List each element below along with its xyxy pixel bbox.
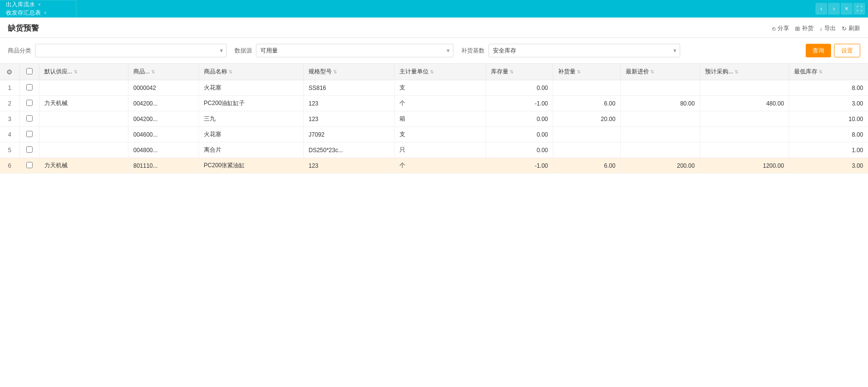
select-all-checkbox[interactable] [26,68,33,74]
cell-spec-1: 123 [304,96,395,111]
cell-code-3: 004600... [128,127,199,142]
header-actions: ⎋ 分享 ⊞ 补货 ↓ 导出 ↻ 刷新 [772,24,860,33]
sort-unit-icon: ⇅ [430,70,434,74]
replenish-select[interactable]: 安全库存 [488,44,680,57]
cell-unit-5: 个 [395,158,486,174]
nav-fullscreen-button[interactable]: ⛶ [853,3,865,15]
col-supplier: 默认供应... ⇅ [39,64,128,80]
cell-supplier-3 [39,127,128,142]
cell-unit-0: 支 [395,80,486,96]
cell-stock-4: 0.00 [486,142,553,158]
page-header: 缺货预警 ⎋ 分享 ⊞ 补货 ↓ 导出 ↻ 刷新 [0,18,868,38]
replenish-icon: ⊞ [795,25,800,32]
replenish-button[interactable]: ⊞ 补货 [795,24,814,33]
sort-supplier[interactable]: 默认供应... ⇅ [44,68,78,76]
nav-prev-button[interactable]: ‹ [815,3,827,15]
category-select-wrapper [35,44,227,57]
filter-group-datasource: 数据源 可用量 [235,44,453,57]
cell-stock-0: 0.00 [486,80,553,96]
cell-spec-3: J7092 [304,127,395,142]
nav-next-button[interactable]: › [828,3,840,15]
col-est-purchase-label: 预计采购... [705,68,733,76]
datasource-select[interactable]: 可用量 [256,44,453,57]
tab-close-collect[interactable]: × [44,10,47,16]
refresh-button[interactable]: ↻ 刷新 [842,24,860,33]
export-button[interactable]: ↓ 导出 [819,24,836,33]
table-header-row: ⚙ 默认供应... ⇅ 商品... ⇅ [0,64,868,80]
tab-collect[interactable]: 收发存汇总表× [0,9,76,17]
cell-est-purchase-0 [700,80,789,96]
cell-min-stock-0: 8.00 [789,80,868,96]
col-name: 商品名称 ⇅ [199,64,303,80]
query-button[interactable]: 查询 [806,44,831,57]
cell-latest-price-4 [620,142,700,158]
filter-group-replenish: 补货基数 安全库存 [461,44,680,57]
row-checkbox-3[interactable] [26,131,33,137]
nav-close-button[interactable]: × [841,3,852,15]
cell-min-stock-4: 1.00 [789,142,868,158]
row-checkbox-5[interactable] [26,162,33,168]
settings-button[interactable]: 设置 [834,44,860,57]
cell-min-stock-5: 3.00 [789,158,868,174]
cell-supplier-0 [39,80,128,96]
table-row: 2 力天机械 004200... PC200油缸缸子 123 个 -1.00 6… [0,96,868,111]
page-title: 缺货预警 [8,23,39,34]
sort-supplier-icon: ⇅ [74,70,78,74]
cell-num-2: 3 [0,111,19,127]
tab-order-stat[interactable]: 要货单统计表× [0,17,76,18]
row-checkbox-4[interactable] [26,146,33,153]
cell-supplier-1: 力天机械 [39,96,128,111]
column-settings-icon[interactable]: ⚙ [6,68,13,76]
cell-name-2: 三九 [199,111,303,127]
cell-min-stock-3: 8.00 [789,127,868,142]
sort-latest-price-icon: ⇅ [651,70,654,74]
cell-est-purchase-2 [700,111,789,127]
sort-min-stock[interactable]: 最低库存 ⇅ [794,68,823,76]
cell-spec-2: 123 [304,111,395,127]
cell-est-purchase-5: 1200.00 [700,158,789,174]
sort-est-purchase[interactable]: 预计采购... ⇅ [705,68,739,76]
sort-replenish[interactable]: 补货量 ⇅ [558,68,581,76]
cell-name-0: 火花塞 [199,80,303,96]
row-checkbox-2[interactable] [26,115,33,122]
tab-inout[interactable]: 出入库流水× [0,0,76,9]
row-checkbox-1[interactable] [26,100,33,106]
cell-stock-3: 0.00 [486,127,553,142]
datasource-select-wrapper: 可用量 [256,44,453,57]
row-checkbox-0[interactable] [26,84,33,90]
table-row: 5 004800... 离合片 DS250*23c... 只 0.00 1.00 [0,142,868,158]
share-button[interactable]: ⎋ 分享 [772,24,789,33]
sort-unit[interactable]: 主计量单位 ⇅ [399,68,434,76]
sort-code[interactable]: 商品... ⇅ [133,68,155,76]
cell-replenish-2: 20.00 [553,111,621,127]
sort-spec[interactable]: 规格型号 ⇅ [308,68,337,76]
cell-latest-price-1: 80.00 [620,96,700,111]
filter-bar: 商品分类 数据源 可用量 补货基数 安全库存 [0,38,868,63]
cell-stock-2: 0.00 [486,111,553,127]
cell-num-4: 5 [0,142,19,158]
nav-controls: ‹ › × ⛶ [813,3,868,15]
cell-est-purchase-1: 480.00 [700,96,789,111]
table-row: 4 004600... 火花塞 J7092 支 0.00 8.00 [0,127,868,142]
cell-checkbox-5 [19,158,39,174]
category-select[interactable] [35,44,227,57]
cell-replenish-1: 6.00 [553,96,621,111]
table-container: ⚙ 默认供应... ⇅ 商品... ⇅ [0,63,868,174]
tab-close-inout[interactable]: × [38,2,41,7]
export-icon: ↓ [819,25,822,32]
cell-checkbox-1 [19,96,39,111]
share-icon: ⎋ [772,25,776,32]
sort-latest-price[interactable]: 最新进价 ⇅ [626,68,654,76]
sort-stock[interactable]: 库存量 ⇅ [491,68,514,76]
cell-replenish-4 [553,142,621,158]
cell-code-1: 004200... [128,96,199,111]
cell-code-5: 801110... [128,158,199,174]
sort-name[interactable]: 商品名称 ⇅ [204,68,233,76]
replenish-label: 补货基数 [461,47,485,55]
col-unit-label: 主计量单位 [399,68,429,76]
cell-code-0: 0000042 [128,80,199,96]
col-replenish-label: 补货量 [558,68,576,76]
col-code: 商品... ⇅ [128,64,199,80]
col-min-stock: 最低库存 ⇅ [789,64,868,80]
cell-stock-5: -1.00 [486,158,553,174]
